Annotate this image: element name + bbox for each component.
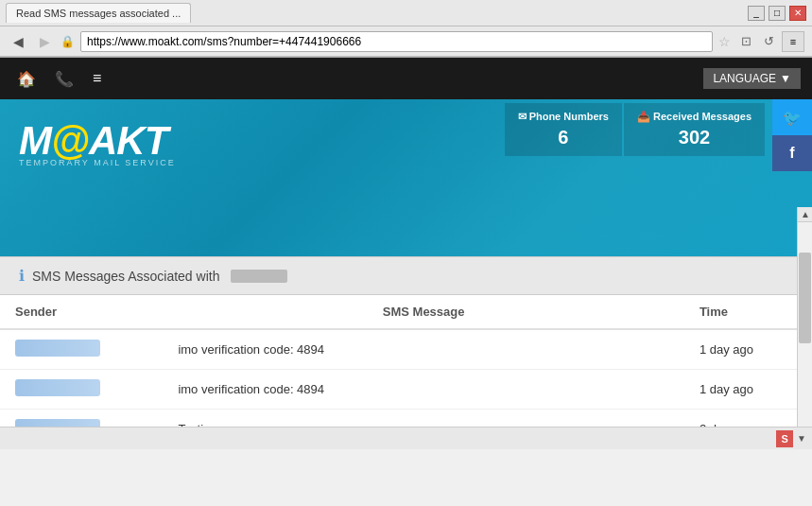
window-controls: _ □ ✕ [748, 6, 806, 21]
phone-numbers-stat[interactable]: ✉ Phone Numbers 6 [505, 103, 622, 156]
minimize-button[interactable]: _ [748, 6, 765, 21]
sms-header-text: SMS Messages Associated with [32, 269, 219, 284]
status-icon: S [776, 430, 793, 447]
address-bar: ◀ ▶ 🔒 ☆ ⊡ ↺ ≡ [0, 26, 812, 57]
logo-prefix: M [19, 118, 51, 163]
time-cell: 1 day ago [684, 329, 812, 370]
nav-left: 🏠 📞 ≡ [11, 66, 107, 92]
sms-header: ℹ SMS Messages Associated with [0, 256, 812, 295]
sender-blurred [15, 419, 100, 427]
site-header: 🏠 📞 ≡ LANGUAGE ▼ M@AKT TEMPORARY MAIL SE… [0, 58, 812, 256]
language-button[interactable]: LANGUAGE ▼ [703, 68, 801, 89]
sender-cell [0, 410, 163, 427]
status-bar: S ▼ [0, 427, 812, 449]
scroll-up-button[interactable]: ▲ [798, 207, 812, 222]
facebook-button[interactable]: f [772, 135, 812, 171]
social-buttons: 🐦 f [772, 99, 812, 171]
envelope-icon: ✉ [518, 111, 527, 122]
table-header-row: Sender SMS Message Time [0, 295, 812, 329]
message-cell: imo verification code: 4894 [163, 329, 684, 370]
forward-button[interactable]: ▶ [34, 31, 55, 52]
refresh-icon[interactable]: ↺ [759, 32, 778, 51]
language-label: LANGUAGE [713, 72, 776, 85]
menu-nav-icon[interactable]: ≡ [87, 66, 107, 91]
table-row: Testing2 days ago [0, 410, 812, 427]
time-column-header: Time [684, 295, 812, 329]
back-button[interactable]: ◀ [8, 31, 28, 52]
lock-icon: 🔒 [60, 35, 75, 48]
sender-blurred [15, 340, 100, 357]
language-dropdown-icon: ▼ [780, 72, 791, 85]
title-bar: Read SMS messages associated ... _ □ ✕ [0, 0, 812, 26]
status-dropdown-icon[interactable]: ▼ [797, 433, 806, 444]
site-nav: 🏠 📞 ≡ LANGUAGE ▼ [0, 58, 812, 99]
received-messages-value: 302 [637, 127, 752, 148]
message-cell: imo verification code: 4894 [163, 370, 684, 410]
home-nav-icon[interactable]: 🏠 [11, 66, 42, 92]
received-messages-stat[interactable]: 📥 Received Messages 302 [624, 103, 765, 156]
sender-blurred [15, 379, 100, 396]
vertical-scrollbar[interactable]: ▲ ▼ [797, 207, 812, 427]
bookmark-icon[interactable]: ☆ [718, 34, 731, 49]
view-icon[interactable]: ⊡ [736, 32, 755, 51]
phone-numbers-value: 6 [518, 127, 609, 148]
sender-column-header: Sender [0, 295, 163, 329]
sender-cell [0, 370, 163, 410]
phone-numbers-label: ✉ Phone Numbers [518, 111, 609, 123]
time-cell: 2 days ago [684, 410, 812, 427]
message-cell: Testing [163, 410, 684, 427]
received-messages-label: 📥 Received Messages [637, 111, 752, 123]
table-row: imo verification code: 48941 day ago [0, 370, 812, 410]
browser-tab[interactable]: Read SMS messages associated ... [6, 3, 191, 23]
close-button[interactable]: ✕ [789, 6, 806, 21]
logo-at: @ [51, 118, 89, 163]
facebook-icon: f [789, 145, 794, 162]
vertical-scroll-track[interactable] [798, 222, 812, 427]
phone-nav-icon[interactable]: 📞 [49, 66, 79, 92]
logo: M@AKT [19, 118, 176, 164]
tagline: TEMPORARY MAIL SERVICE [19, 158, 176, 167]
vertical-scroll-thumb[interactable] [799, 253, 811, 343]
sms-content: ℹ SMS Messages Associated with Sender SM… [0, 256, 812, 427]
maximize-button[interactable]: □ [769, 6, 786, 21]
table-row: imo verification code: 48941 day ago [0, 329, 812, 370]
message-column-header: SMS Message [163, 295, 684, 329]
sender-cell [0, 329, 163, 370]
page-content: 🏠 📞 ≡ LANGUAGE ▼ M@AKT TEMPORARY MAIL SE… [0, 58, 812, 427]
phone-number-blurred [231, 270, 287, 283]
header-stats: ✉ Phone Numbers 6 📥 Received Messages 30… [505, 103, 765, 156]
browser-toolbar: ⊡ ↺ ≡ [736, 31, 804, 52]
info-icon: ℹ [19, 267, 25, 285]
url-input[interactable] [80, 31, 713, 52]
inbox-icon: 📥 [637, 111, 650, 122]
twitter-button[interactable]: 🐦 [772, 99, 812, 135]
time-cell: 1 day ago [684, 370, 812, 410]
logo-suffix: AKT [89, 118, 167, 163]
sms-table: Sender SMS Message Time imo verification… [0, 295, 812, 427]
browser-menu-button[interactable]: ≡ [782, 31, 804, 52]
